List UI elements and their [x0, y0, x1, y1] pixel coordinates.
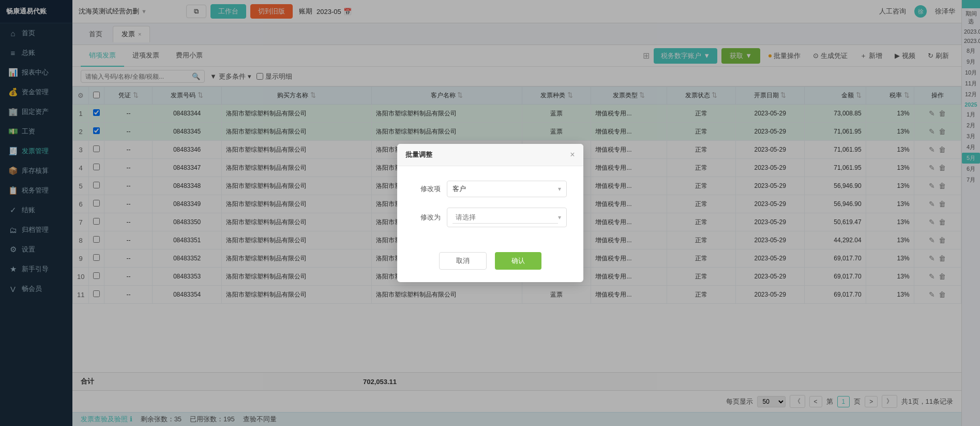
field-chevron-icon: ▾ [558, 185, 561, 193]
change-label: 修改为 [414, 213, 441, 222]
field-select[interactable]: 客户 ▾ [447, 181, 567, 197]
change-chevron-icon: ▾ [558, 214, 561, 221]
change-input[interactable] [453, 211, 558, 224]
change-select[interactable]: ▾ [447, 208, 567, 227]
cancel-button[interactable]: 取消 [439, 252, 487, 270]
batch-adjust-modal: 批量调整 × 修改项 客户 ▾ 修改为 ▾ 取消 确认 [397, 144, 583, 282]
field-row: 修改项 客户 ▾ [414, 181, 567, 197]
modal-title: 批量调整 [405, 150, 432, 159]
modal-footer: 取消 确认 [397, 248, 583, 282]
modal-overlay: 批量调整 × 修改项 客户 ▾ 修改为 ▾ 取消 确认 [0, 0, 980, 426]
field-label: 修改项 [414, 184, 441, 194]
modal-body: 修改项 客户 ▾ 修改为 ▾ [397, 166, 583, 248]
confirm-button[interactable]: 确认 [495, 252, 541, 270]
modal-close-btn[interactable]: × [570, 151, 575, 159]
change-row: 修改为 ▾ [414, 208, 567, 227]
field-select-value: 客户 [453, 184, 466, 194]
modal-header: 批量调整 × [397, 144, 583, 166]
